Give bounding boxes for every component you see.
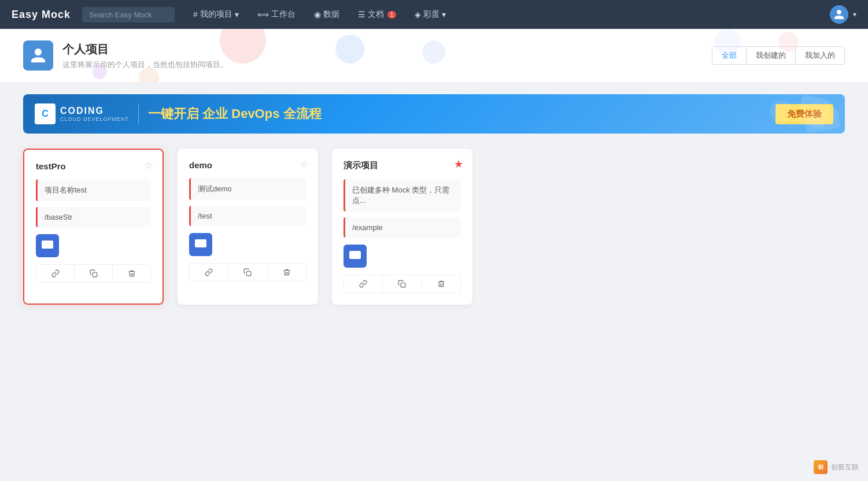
page-title: 个人项目 xyxy=(62,42,228,57)
card-item-demo-project-0: 已创建多种 Mock 类型，只需点... xyxy=(343,179,461,212)
card-item-demo-1: /test xyxy=(189,206,306,226)
deco-circle-5 xyxy=(93,65,107,79)
action-btn-demo-link[interactable] xyxy=(190,264,228,281)
banner-slogan-highlight: DevOps xyxy=(231,106,279,121)
nav-icon-colorful: ◈ xyxy=(415,10,421,19)
card-item-testPro-1: /baseStr xyxy=(36,207,151,227)
banner-slogan-prefix: 一键开启 企业 xyxy=(148,106,231,121)
card-icon-row-demo xyxy=(189,233,306,256)
nav-icon-workbench: ⟺ xyxy=(257,10,269,19)
header-text: 个人项目 这里将展示你的个人项目，当然也包括协同项目。 xyxy=(62,42,228,70)
navbar-logo: Easy Mock xyxy=(12,9,71,21)
star-icon-demo-project[interactable]: ★ xyxy=(454,158,463,171)
action-btn-testPro-delete[interactable] xyxy=(113,265,150,282)
card-item-demo-0: 测试demo xyxy=(189,178,306,200)
banner-brand-text: CODING CLOUD DEVELOPMENT xyxy=(60,106,129,122)
action-btn-demo-copy[interactable] xyxy=(228,264,267,281)
card-title-demo: demo xyxy=(189,160,306,170)
card-title-testPro: testPro xyxy=(36,161,151,171)
banner-logo-area: C CODING CLOUD DEVELOPMENT xyxy=(35,103,139,124)
nav-icon-my-projects: # xyxy=(193,10,198,19)
avatar[interactable] xyxy=(830,5,848,24)
card-item-demo-project-1: /example xyxy=(343,217,461,238)
project-card-testPro[interactable]: ☆testPro项目名称test/baseStr xyxy=(23,149,164,305)
filter-btn-joined[interactable]: 我加入的 xyxy=(796,47,844,64)
deco-circle-2 xyxy=(335,35,364,64)
banner-brand: CODING xyxy=(60,106,129,116)
project-card-demo-project[interactable]: ★演示项目已创建多种 Mock 类型，只需点.../example xyxy=(332,149,472,305)
navbar-right: ▾ xyxy=(830,5,856,24)
banner-deco xyxy=(718,94,845,134)
nav-badge-docs: 1 xyxy=(387,11,397,18)
nav-item-colorful[interactable]: ◈ 彩蛋 ▾ xyxy=(408,6,453,23)
banner-container: C CODING CLOUD DEVELOPMENT 一键开启 企业 DevOp… xyxy=(0,83,868,139)
card-actions-testPro xyxy=(36,264,151,283)
nav-icon-data: ◉ xyxy=(314,10,321,19)
mock-icon-demo-project xyxy=(343,245,367,268)
nav-arrow-my-projects: ▾ xyxy=(235,10,239,19)
deco-circle-7 xyxy=(778,32,799,52)
page-header: 个人项目 这里将展示你的个人项目，当然也包括协同项目。 全部我创建的我加入的 xyxy=(0,29,868,83)
card-icon-row-demo-project xyxy=(343,245,461,268)
watermark-text: 创新互联 xyxy=(831,462,859,472)
project-card-demo[interactable]: ☆demo测试demo/test xyxy=(178,149,318,305)
action-btn-testPro-copy[interactable] xyxy=(75,265,113,282)
banner-brand-sub: CLOUD DEVELOPMENT xyxy=(60,116,129,122)
nav-item-data[interactable]: ◉ 数据 xyxy=(307,6,346,23)
svg-rect-5 xyxy=(401,283,406,287)
deco-circle-6 xyxy=(715,29,741,55)
header-left: 个人项目 这里将展示你的个人项目，当然也包括协同项目。 xyxy=(23,40,228,71)
banner: C CODING CLOUD DEVELOPMENT 一键开启 企业 DevOp… xyxy=(23,94,845,134)
watermark-logo-icon: 创 xyxy=(814,460,828,474)
nav-arrow-colorful: ▾ xyxy=(442,10,446,19)
action-btn-demo-delete[interactable] xyxy=(268,264,306,281)
svg-rect-1 xyxy=(93,272,97,277)
banner-slogan-suffix: 全流程 xyxy=(279,106,321,121)
card-actions-demo-project xyxy=(343,275,461,293)
nav-item-workbench[interactable]: ⟺ 工作台 xyxy=(250,6,302,23)
svg-rect-2 xyxy=(195,239,206,247)
banner-slogan: 一键开启 企业 DevOps 全流程 xyxy=(148,105,766,123)
action-btn-demo-project-delete[interactable] xyxy=(422,275,460,293)
navbar: Easy Mock # 我的项目 ▾⟺ 工作台◉ 数据☰ 文档1◈ 彩蛋 ▾ ▾ xyxy=(0,0,868,29)
projects-grid: ☆testPro项目名称test/baseStr☆demo测试demo/test… xyxy=(0,139,868,314)
action-btn-demo-project-link[interactable] xyxy=(344,275,383,293)
avatar-dropdown-arrow[interactable]: ▾ xyxy=(853,10,856,18)
card-actions-demo xyxy=(189,263,306,282)
deco-circle-3 xyxy=(422,40,445,64)
svg-rect-3 xyxy=(247,271,252,276)
svg-rect-4 xyxy=(349,251,361,259)
nav-icon-docs: ☰ xyxy=(358,10,365,19)
mock-icon-testPro xyxy=(36,234,59,257)
action-btn-demo-project-copy[interactable] xyxy=(383,275,422,293)
search-input[interactable] xyxy=(82,7,175,23)
star-icon-demo[interactable]: ☆ xyxy=(300,158,309,171)
mock-icon-demo xyxy=(189,233,212,256)
banner-deco-shape-2 xyxy=(770,100,793,123)
nav-item-my-projects[interactable]: # 我的项目 ▾ xyxy=(186,6,246,23)
navbar-nav: # 我的项目 ▾⟺ 工作台◉ 数据☰ 文档1◈ 彩蛋 ▾ xyxy=(186,6,818,23)
action-btn-testPro-link[interactable] xyxy=(36,265,75,282)
coding-logo: C xyxy=(35,103,56,124)
card-title-demo-project: 演示项目 xyxy=(343,160,461,171)
svg-rect-0 xyxy=(42,240,53,249)
nav-item-docs[interactable]: ☰ 文档1 xyxy=(351,6,404,23)
card-icon-row-testPro xyxy=(36,234,151,257)
footer-watermark: 创 创新互联 xyxy=(814,460,859,474)
star-icon-testPro[interactable]: ☆ xyxy=(144,159,153,172)
card-item-testPro-0: 项目名称test xyxy=(36,179,151,201)
header-icon xyxy=(23,40,53,71)
